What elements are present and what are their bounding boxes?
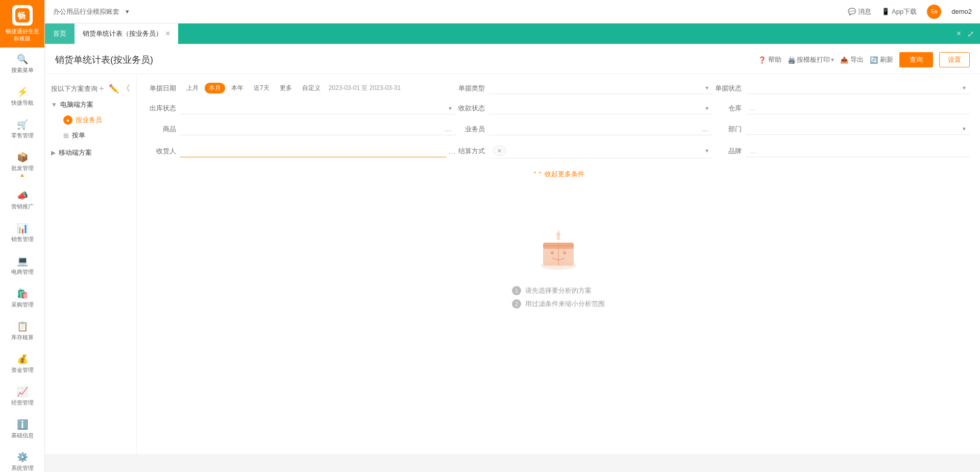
empty-hint-2: 2 用过滤条件来缩小分析范围 [512, 299, 605, 309]
svg-rect-9 [557, 234, 560, 240]
status-label: 单据状态 [713, 84, 746, 93]
date-last-month[interactable]: 上月 [182, 83, 203, 93]
sidebar-item-retail[interactable]: 🛒 零售管理 [0, 113, 44, 146]
sidebar-item-finance[interactable]: 💰 资金管理 [0, 347, 44, 380]
sidebar-item-operations[interactable]: 📈 经营管理 [0, 380, 44, 413]
type-arrow: ▾ [705, 84, 708, 91]
sidebar-item-inventory[interactable]: 📋 库存核算 [0, 315, 44, 347]
marketing-icon: 📣 [17, 190, 28, 201]
print-dropdown-arrow[interactable]: ▾ [831, 56, 834, 63]
sidebar-item-ecommerce[interactable]: 💻 电商管理 [0, 249, 44, 282]
tab-expand-button[interactable]: ⤢ [965, 27, 976, 41]
filter-row-3: 商品 … 业务员 … [147, 123, 970, 135]
staff-select[interactable]: … [489, 123, 713, 135]
goods-select[interactable]: … [180, 123, 456, 135]
tab-close-icon[interactable]: × [165, 30, 170, 38]
sidebar-item-marketing[interactable]: 📣 营销推广 [0, 184, 44, 217]
hint-num-2: 2 [512, 299, 521, 309]
status-select[interactable]: ▾ [746, 82, 970, 94]
svg-point-8 [563, 251, 566, 254]
date-this-year[interactable]: 本年 [227, 83, 248, 93]
sidebar-item-search[interactable]: 🔍 搜索菜单 [0, 48, 44, 80]
settlement-arrow: ▾ [705, 147, 708, 154]
collapse-button[interactable]: ⌃⌃ 收起更多条件 [147, 167, 970, 179]
download-icon: 📱 [881, 8, 890, 15]
sidebar-item-sales[interactable]: 📊 销售管理 [0, 217, 44, 249]
tab-close-button[interactable]: × [954, 27, 963, 40]
brand-label: 品牌 [713, 147, 746, 156]
sales-icon: 📊 [17, 223, 28, 234]
warehouse-label: 仓库 [713, 104, 746, 113]
collapse-panel-button[interactable]: 《 [122, 83, 130, 94]
add-scheme-button[interactable]: ＋ [97, 83, 106, 94]
logo-icon: 畅 [12, 5, 33, 26]
sidebar-item-shortcut[interactable]: ⚡ 快捷导航 [0, 80, 44, 113]
tab-home[interactable]: 首页 [45, 23, 75, 44]
filter-date: 单据日期 上月 本月 本年 近7天 更多 自定义 20 [147, 83, 456, 93]
scheme-pc-label: 电脑端方案 [60, 100, 93, 109]
topbar-right: 💬 消息 📱 App下载 Ea demo2 [848, 5, 972, 19]
empty-state: 1 请先选择要分析的方案 2 用过滤条件来缩小分析范围 [147, 184, 970, 349]
date-custom[interactable]: 自定义 [298, 83, 325, 93]
print-icon: 🖨️ [788, 56, 796, 64]
export-icon: 📤 [840, 56, 848, 64]
scheme-by-staff-label: 按业务员 [76, 115, 102, 125]
staff-more[interactable]: … [701, 125, 708, 133]
filter-type: 单据类型 ▾ [456, 82, 713, 94]
settlement-select[interactable]: × ▾ [489, 144, 713, 158]
type-select[interactable]: ▾ [489, 82, 713, 94]
topbar-dropdown[interactable]: ▾ [126, 8, 129, 15]
scheme-mobile[interactable]: ▶ 移动端方案 [45, 145, 136, 160]
filter-settlement: 结算方式 × ▾ [456, 144, 713, 158]
empty-icon [533, 225, 584, 276]
staff-label: 业务员 [456, 125, 489, 134]
outbound-arrow: ▾ [449, 105, 452, 112]
tab-sales-stat[interactable]: 销货单统计表（按业务员） × [75, 23, 178, 44]
refresh-button[interactable]: 🔄 刷新 [870, 55, 893, 64]
consignee-label: 收货人 [147, 147, 180, 156]
side-panel-header: 按以下方案查询 ＋ ✏️ 《 [45, 80, 136, 97]
app-download-button[interactable]: 📱 App下载 [881, 7, 917, 16]
sidebar-item-wholesale[interactable]: 📦 批发管理 ▲ [0, 146, 44, 184]
filter-staff: 业务员 … [456, 123, 713, 135]
settlement-tag-close[interactable]: × [498, 147, 502, 154]
consignee-input[interactable] [180, 145, 447, 157]
date-7days[interactable]: 近7天 [250, 83, 274, 93]
scheme-mobile-label: 移动端方案 [59, 148, 92, 157]
page-title: 销货单统计表(按业务员) [55, 54, 153, 66]
date-more[interactable]: 更多 [276, 83, 296, 93]
warehouse-select[interactable]: … [746, 102, 970, 114]
sidebar-item-basic[interactable]: ℹ️ 基础信息 [0, 413, 44, 445]
outbound-select[interactable]: ▾ [180, 103, 456, 114]
scheme-by-order[interactable]: ⊞ 按单 [45, 128, 136, 143]
empty-hint-1: 1 请先选择要分析的方案 [512, 286, 592, 295]
outbound-label: 出库状态 [147, 104, 180, 113]
edit-scheme-button[interactable]: ✏️ [109, 84, 119, 93]
print-button[interactable]: 🖨️ 按模板打印 ▾ [788, 55, 834, 64]
msg-button[interactable]: 💬 消息 [848, 7, 871, 16]
logo[interactable]: 畅 畅捷通好生意 标账版 [0, 0, 44, 48]
payment-select[interactable]: ▾ [489, 103, 713, 114]
help-button[interactable]: ❓ 帮助 [758, 55, 781, 64]
brand-select[interactable]: … [746, 145, 970, 157]
avatar[interactable]: Ea [927, 5, 941, 19]
consignee-more[interactable]: … [449, 147, 456, 155]
user-name[interactable]: demo2 [951, 8, 972, 15]
sidebar-item-purchase[interactable]: 🛍️ 采购管理 [0, 282, 44, 315]
settings-button[interactable]: 设置 [939, 52, 970, 67]
date-range: 2023-03-01 至 2023-03-31 [329, 84, 401, 92]
scheme-by-staff[interactable]: ● 按业务员 [45, 112, 136, 128]
goods-more[interactable]: … [445, 125, 452, 133]
scheme-pc[interactable]: ▼ 电脑端方案 [45, 97, 136, 112]
date-section: 上月 本月 本年 近7天 更多 自定义 2023-03-01 至 2023-03… [180, 83, 456, 93]
dept-select[interactable]: ▾ [746, 123, 970, 135]
warehouse-value: … [750, 104, 756, 112]
page-actions: ❓ 帮助 🖨️ 按模板打印 ▾ 📤 导出 🔄 刷新 [758, 52, 970, 67]
scheme-expand-arrow: ▼ [51, 101, 57, 108]
sidebar-item-system[interactable]: ⚙️ 系统管理 [0, 445, 44, 472]
query-button[interactable]: 查询 [899, 52, 933, 67]
tabbar: 首页 销货单统计表（按业务员） × × ⤢ [45, 23, 980, 44]
svg-point-7 [551, 251, 554, 254]
date-this-month[interactable]: 本月 [205, 83, 225, 93]
export-button[interactable]: 📤 导出 [840, 55, 864, 64]
